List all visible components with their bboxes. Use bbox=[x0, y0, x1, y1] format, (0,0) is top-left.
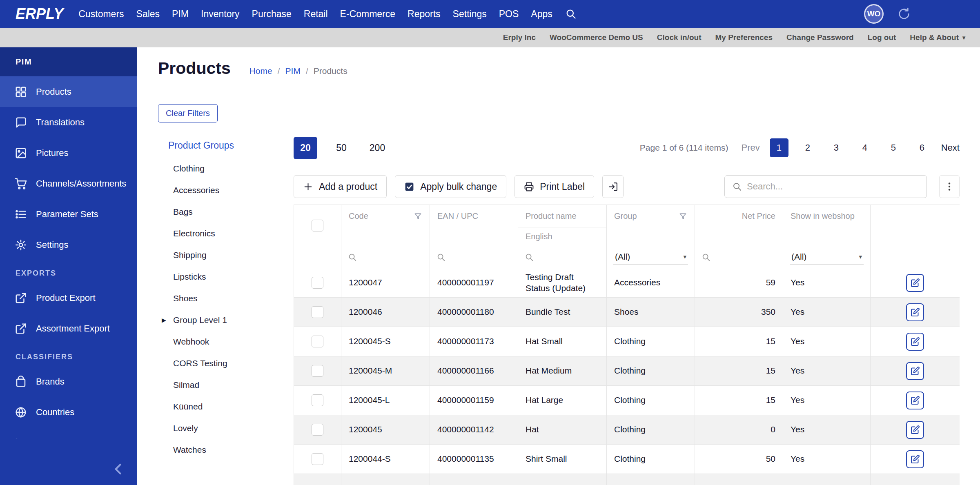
product-group-item[interactable]: ▶ Shipping bbox=[168, 244, 294, 266]
menu-item[interactable]: Reports bbox=[401, 9, 447, 20]
page-number-button[interactable]: 3 bbox=[827, 138, 846, 157]
product-group-item[interactable]: ▶ Group Level 1 bbox=[168, 309, 294, 331]
product-groups-title[interactable]: Product Groups bbox=[168, 140, 294, 151]
more-options-button[interactable] bbox=[939, 175, 960, 198]
funnel-icon[interactable] bbox=[679, 212, 687, 220]
page-number-button[interactable]: 5 bbox=[884, 138, 903, 157]
product-group-item[interactable]: ▶ Watches bbox=[168, 439, 294, 461]
edit-product-button[interactable] bbox=[906, 362, 924, 380]
product-group-item[interactable]: ▶ Bags bbox=[168, 201, 294, 222]
column-header-code[interactable]: Code bbox=[349, 211, 368, 221]
filter-code-input[interactable] bbox=[341, 246, 430, 268]
product-group-item[interactable]: ▶ Electronics bbox=[168, 222, 294, 244]
menu-item[interactable]: POS bbox=[493, 9, 525, 20]
filter-group-select[interactable]: (All) ▾ bbox=[613, 249, 688, 265]
user-avatar[interactable]: WO bbox=[864, 4, 884, 24]
row-checkbox[interactable] bbox=[312, 306, 323, 318]
product-group-item[interactable]: ▶ Küüned bbox=[168, 396, 294, 417]
sidebar-item[interactable]: Pictures bbox=[0, 138, 137, 168]
product-group-item[interactable]: ▶ Clothing bbox=[168, 158, 294, 179]
edit-product-button[interactable] bbox=[906, 450, 924, 468]
page-size-button[interactable]: 50 bbox=[330, 137, 353, 159]
row-checkbox[interactable] bbox=[312, 365, 323, 377]
menu-item[interactable]: Purchase bbox=[246, 9, 298, 20]
page-number-button[interactable]: 1 bbox=[770, 138, 788, 157]
import-button[interactable] bbox=[602, 175, 624, 198]
column-header-net-price[interactable]: Net Price bbox=[742, 211, 775, 221]
row-checkbox[interactable] bbox=[312, 424, 323, 436]
product-group-item[interactable]: ▶ Silmad bbox=[168, 374, 294, 396]
menu-item[interactable]: Sales bbox=[130, 9, 166, 20]
chevron-left-icon[interactable] bbox=[111, 461, 126, 477]
funnel-icon[interactable] bbox=[414, 212, 422, 220]
page-number-button[interactable]: 4 bbox=[855, 138, 874, 157]
search-icon[interactable] bbox=[565, 8, 577, 20]
select-all-checkbox[interactable] bbox=[312, 220, 323, 231]
bulk-change-button[interactable]: Apply bulk change bbox=[395, 175, 506, 198]
product-group-item[interactable]: ▶ CORS Testing bbox=[168, 352, 294, 374]
erply-logo[interactable]: ERPLY bbox=[16, 5, 63, 22]
prev-page-button[interactable]: Prev bbox=[742, 142, 760, 153]
column-header-ean[interactable]: EAN / UPC bbox=[437, 211, 478, 221]
help-about-menu[interactable]: Help & About ▾ bbox=[910, 33, 965, 42]
refresh-icon[interactable] bbox=[898, 7, 911, 20]
page-size-button[interactable]: 200 bbox=[365, 137, 389, 159]
row-checkbox[interactable] bbox=[312, 394, 323, 406]
sidebar-item[interactable]: Channels/Assortments bbox=[0, 168, 137, 199]
sidebar-item[interactable]: Countries bbox=[0, 397, 137, 427]
print-label-button[interactable]: Print Label bbox=[514, 175, 594, 198]
sidebar-item[interactable]: Products bbox=[0, 76, 137, 107]
triangle-right-icon[interactable]: ▶ bbox=[162, 317, 166, 323]
breadcrumb-item[interactable]: Products bbox=[301, 66, 347, 76]
menu-item[interactable]: E-Commerce bbox=[334, 9, 401, 20]
menu-item[interactable]: Inventory bbox=[195, 9, 246, 20]
add-product-button[interactable]: Add a product bbox=[294, 175, 387, 198]
column-header-webshop[interactable]: Show in webshop bbox=[791, 211, 855, 221]
row-checkbox[interactable] bbox=[312, 453, 323, 465]
page-number-button[interactable]: 2 bbox=[798, 138, 817, 157]
filter-net-price-input[interactable] bbox=[695, 246, 783, 268]
filter-webshop-select[interactable]: (All) ▾ bbox=[790, 249, 864, 265]
clear-filters-button[interactable]: Clear Filters bbox=[158, 104, 218, 122]
edit-product-button[interactable] bbox=[906, 421, 924, 439]
sidebar-item[interactable]: Product extra field1 bbox=[0, 427, 137, 439]
product-group-item[interactable]: ▶ Lipsticks bbox=[168, 266, 294, 287]
menu-item[interactable]: Customers bbox=[72, 9, 130, 20]
menu-item[interactable]: Retail bbox=[298, 9, 334, 20]
product-group-item[interactable]: ▶ Webhook bbox=[168, 331, 294, 352]
breadcrumb-item[interactable]: Home bbox=[249, 66, 272, 76]
utility-link[interactable]: WooCommerce Demo US bbox=[550, 33, 643, 42]
page-size-button[interactable]: 20 bbox=[294, 137, 317, 159]
sidebar-item[interactable]: Assortment Export bbox=[0, 313, 137, 344]
utility-link[interactable]: My Preferences bbox=[715, 33, 773, 42]
sidebar-item[interactable]: Brands bbox=[0, 366, 137, 397]
edit-product-button[interactable] bbox=[906, 303, 924, 321]
utility-link[interactable]: Clock in/out bbox=[657, 33, 702, 42]
product-group-item[interactable]: ▶ Shoes bbox=[168, 287, 294, 309]
breadcrumb-item[interactable]: PIM bbox=[272, 66, 301, 76]
menu-item[interactable]: Settings bbox=[447, 9, 493, 20]
row-checkbox[interactable] bbox=[312, 336, 323, 347]
edit-product-button[interactable] bbox=[906, 274, 924, 292]
edit-product-button[interactable] bbox=[906, 392, 924, 409]
column-header-product-name[interactable]: Product name bbox=[526, 211, 577, 221]
page-number-button[interactable]: 6 bbox=[913, 138, 931, 157]
utility-link[interactable]: Erply Inc bbox=[503, 33, 536, 42]
filter-ean-input[interactable] bbox=[430, 246, 518, 268]
product-group-item[interactable]: ▶ Lovely bbox=[168, 417, 294, 439]
row-checkbox[interactable] bbox=[312, 277, 323, 289]
utility-link[interactable]: Log out bbox=[868, 33, 896, 42]
filter-product-name-input[interactable] bbox=[518, 246, 607, 268]
sidebar-item[interactable]: Translations bbox=[0, 107, 137, 138]
menu-item[interactable]: Apps bbox=[525, 9, 558, 20]
column-header-group[interactable]: Group bbox=[614, 211, 637, 221]
utility-link[interactable]: Change Password bbox=[786, 33, 854, 42]
sidebar-item[interactable]: Settings bbox=[0, 229, 137, 260]
menu-item[interactable]: PIM bbox=[166, 9, 195, 20]
sidebar-item[interactable]: Parameter Sets bbox=[0, 199, 137, 229]
edit-product-button[interactable] bbox=[906, 333, 924, 351]
search-input[interactable] bbox=[747, 181, 919, 192]
sidebar-item[interactable]: Product Export bbox=[0, 283, 137, 313]
product-group-item[interactable]: ▶ Accessories bbox=[168, 179, 294, 201]
next-page-button[interactable]: Next bbox=[941, 142, 960, 153]
